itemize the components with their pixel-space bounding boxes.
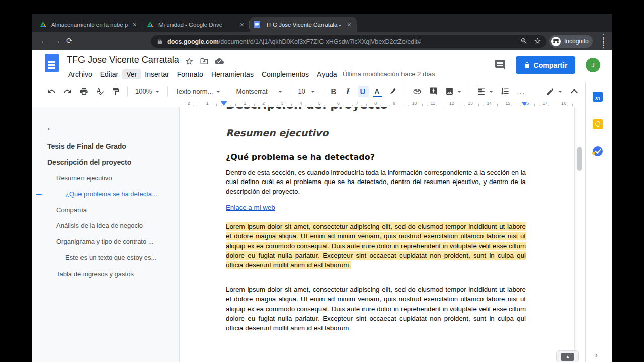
tab-close-icon[interactable]: × [238,21,246,29]
ruler-number: 4 [300,101,302,106]
browser-tab[interactable]: Mi unidad - Google Drive× [142,17,250,32]
comments-icon[interactable] [494,59,506,71]
redo-button[interactable] [61,85,74,97]
scroll-up-button[interactable]: ▲ [556,350,579,362]
back-icon[interactable]: ← [40,36,48,45]
outline-item[interactable]: Organigrama y tipo de contrato ... [56,238,154,245]
tasks-icon[interactable] [593,146,603,156]
highlight-button[interactable] [387,86,399,97]
browser-tab[interactable]: TFG Jose Vicente Carratala - D× [250,17,357,32]
menu-ayuda[interactable]: Ayuda [313,69,341,79]
ruler-tick [324,105,325,106]
bold-button[interactable]: B [329,86,340,97]
ruler-tick [277,105,278,106]
zoom-icon[interactable] [520,37,528,45]
menu-herramientas[interactable]: Herramientas [207,69,258,79]
add-comment-button[interactable] [427,85,440,97]
doc-heading-1: Descripción del proyecto [226,107,388,111]
avatar[interactable]: J [586,58,600,72]
ruler-tick [385,104,385,106]
menu-insertar[interactable]: Insertar [141,69,173,79]
cloud-status-icon[interactable] [215,57,224,66]
left-indent-marker[interactable] [221,102,226,106]
text-color-button[interactable]: A [372,86,383,97]
outline-item[interactable]: Compañía [56,206,87,214]
underline-button[interactable]: U [358,86,369,97]
menu-complementos[interactable]: Complementos [258,69,313,79]
tab-close-icon[interactable]: × [131,21,138,29]
docs-logo-icon[interactable] [45,54,59,72]
font-select[interactable]: Montserrat [234,86,284,97]
calendar-icon[interactable]: 31 [593,92,603,102]
editing-mode-button[interactable] [546,87,562,96]
paragraph-style-select[interactable]: Texto norm... [173,86,222,97]
line-spacing-button[interactable] [499,85,511,97]
insert-image-button[interactable] [443,85,463,97]
horizontal-ruler: 21123456789101112131415161718 [177,100,577,108]
ruler-tick [315,105,315,106]
print-button[interactable] [77,85,90,97]
keep-icon[interactable] [593,119,603,129]
ruler-number: 9 [393,101,396,106]
outline-item[interactable]: ¿Qué problema se ha detecta... [65,190,157,198]
document-page[interactable]: Descripción del proyecto Resumen ejecuti… [179,107,575,362]
outline-item[interactable]: Tabla de ingresos y gastos [56,270,134,278]
browser-tab[interactable]: Almacenamiento en la nube pa× [35,17,142,32]
docs-icon [254,21,262,29]
ruler-tick [268,105,269,106]
forward-icon[interactable]: → [53,36,61,45]
chevron-down-icon [558,90,562,93]
undo-button[interactable] [45,85,58,97]
ruler-tick [287,105,287,106]
tab-close-icon[interactable]: × [346,21,353,29]
insert-link-button[interactable] [411,85,424,98]
browser-menu-icon[interactable]: ⋮⋮⋮ [600,35,604,47]
outline-item[interactable]: Análisis de la idea de negocio [56,222,143,229]
right-indent-marker[interactable] [522,102,527,106]
collapse-toolbar-button[interactable] [572,88,577,95]
menu-ver[interactable]: Ver [122,69,141,79]
move-folder-icon[interactable] [200,57,209,66]
bookmark-star-icon[interactable] [534,37,541,45]
ruler-tick [511,105,512,106]
outline-item[interactable]: Descripción del proyecto [47,158,131,166]
outline-item[interactable]: Resumen ejecutivo [56,174,112,182]
browser-toolbar: ← → ⟳ docs.google.com/document/d/1Aj1Aqk… [32,32,612,50]
ruler-tick [348,104,348,106]
font-size-select[interactable]: 10 [296,86,317,97]
document-title[interactable]: TFG Jose Vicente Carratala [67,55,179,65]
ruler-tick [558,105,558,106]
align-button[interactable] [475,85,495,97]
paint-format-button[interactable] [110,86,122,97]
address-bar[interactable]: docs.google.com/document/d/1Aj1AqkhD0Kof… [151,35,546,48]
ruler-tick [460,104,460,106]
outline-item[interactable]: Tesis de Final de Grado [47,142,126,150]
ruler-tick [520,105,521,106]
zoom-select[interactable]: 100% [133,86,162,97]
ruler-tick [203,105,203,106]
doc-paragraph-highlighted: Lorem ipsum dolor sit amet, consectetur … [226,222,526,270]
outline-item[interactable]: Este es un texto que estoy es... [65,254,156,261]
toolbar-more-button[interactable]: ... [515,85,527,97]
menu-archivo[interactable]: Archivo [64,69,96,79]
share-button[interactable]: Compartir [516,56,575,74]
ruler-number: 18 [561,101,566,106]
incognito-badge: Incógnito [549,35,593,48]
scrollbar-thumb[interactable] [577,147,582,171]
star-icon[interactable] [185,57,194,66]
italic-button[interactable]: I [343,85,354,97]
ruler-tick [291,104,292,106]
spellcheck-button[interactable] [94,85,106,97]
last-modified-link[interactable]: Última modificación hace 2 días [343,70,435,78]
ruler-tick [446,105,446,106]
menu-editar[interactable]: Editar [96,69,123,79]
close-outline-icon[interactable]: ← [46,122,56,132]
ruler-number: 12 [449,101,454,106]
ruler-tick [193,105,194,106]
hide-side-panel-icon[interactable]: › [595,350,598,360]
lock-icon [524,62,530,68]
ruler-tick [366,104,367,106]
web-link[interactable]: Enlace a mi web [226,204,275,211]
reload-icon[interactable]: ⟳ [66,36,73,45]
menu-formato[interactable]: Formato [173,69,207,79]
